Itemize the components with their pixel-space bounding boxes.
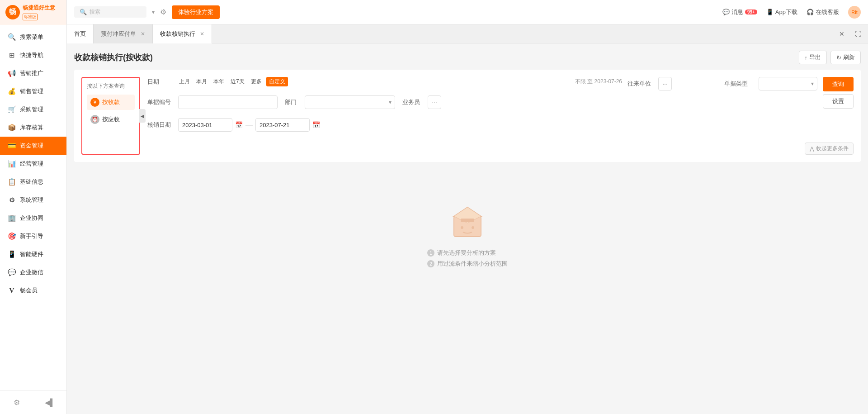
empty-state: 1 请先选择要分析的方案 2 用过滤条件来缩小分析范围 xyxy=(74,162,861,304)
sidebar-item-sales[interactable]: 💰 销售管理 xyxy=(0,82,66,100)
action-buttons: 查询 设置 xyxy=(823,77,854,109)
filter-sidebar-title: 按以下方案查询 xyxy=(87,82,135,90)
sidebar-item-label: 畅会员 xyxy=(20,286,38,295)
export-icon: ↑ xyxy=(805,54,808,61)
topbar-search-box[interactable]: 🔍 搜索 xyxy=(74,6,146,18)
collapse-more-btn[interactable]: ⋀ 收起更多条件 xyxy=(805,143,854,155)
sidebar-item-smart-hw[interactable]: 📱 智能硬件 xyxy=(0,245,66,263)
service-icon: 🎧 xyxy=(807,9,814,15)
tab-home[interactable]: 首页 xyxy=(67,24,94,43)
finance-icon: 💳 xyxy=(7,141,16,150)
topbar-chevron-icon[interactable]: ▾ xyxy=(152,9,155,15)
filter-option-by-receivable[interactable]: ⏰ 按应收 xyxy=(87,112,135,127)
date-label: 日期 xyxy=(147,78,170,86)
topbar-gear-icon[interactable]: ⚙ xyxy=(160,8,166,16)
sidebar-item-search-menu[interactable]: 🔍 搜索菜单 xyxy=(0,28,66,46)
counterparty-select: ··· xyxy=(658,77,717,90)
sidebar-item-enterprise[interactable]: 🏢 企业协同 xyxy=(0,209,66,227)
vip-icon: V xyxy=(7,286,16,295)
filter-sidebar-collapse-btn[interactable]: ◀ xyxy=(139,109,146,123)
tab-prepay[interactable]: 预付冲应付单 ✕ xyxy=(94,24,153,43)
marketing-icon: 📢 xyxy=(7,69,16,78)
date-7days[interactable]: 近7天 xyxy=(229,77,246,86)
sidebar-item-inventory[interactable]: 📦 库存核算 xyxy=(0,119,66,137)
refresh-button[interactable]: ↻ 刷新 xyxy=(830,51,861,64)
dept-select-wrap: ▾ xyxy=(305,95,395,109)
date-this-month[interactable]: 本月 xyxy=(194,77,209,86)
purchase-icon: 🛒 xyxy=(7,105,16,114)
bill-no-input[interactable] xyxy=(178,95,278,109)
bill-type-select[interactable] xyxy=(759,77,817,90)
logo-text: 畅捷通好生意 标准版 xyxy=(23,4,55,20)
verify-date-row: 核销日期 📅 — 📅 xyxy=(147,118,622,132)
sidebar-item-label: 系统管理 xyxy=(20,196,43,204)
tab-close-all-btn[interactable]: ✕ xyxy=(835,28,848,40)
message-btn[interactable]: 💬 消息 99+ xyxy=(722,8,757,16)
collapse-more-area: ⋀ 收起更多条件 xyxy=(147,143,854,155)
counterparty-dots-btn[interactable]: ··· xyxy=(658,77,672,90)
date-custom[interactable]: 自定义 xyxy=(266,77,288,86)
empty-illustration xyxy=(445,198,490,243)
user-avatar[interactable]: Rit xyxy=(848,6,861,19)
settings-button[interactable]: 设置 xyxy=(823,94,854,109)
basic-info-icon: 📋 xyxy=(7,177,16,186)
query-button[interactable]: 查询 xyxy=(823,77,854,91)
tab-collection[interactable]: 收款核销执行 ✕ xyxy=(153,24,212,43)
step2-num: 2 xyxy=(427,260,434,267)
bill-no-filter-row: 单据编号 部门 ▾ 业务员 ··· xyxy=(147,95,622,109)
svg-point-5 xyxy=(472,226,474,229)
sidebar-footer: ⚙ ◀▌ xyxy=(0,390,66,414)
verify-date-end-input[interactable] xyxy=(255,118,310,132)
sidebar-item-guide[interactable]: 🎯 新手引导 xyxy=(0,227,66,245)
date-this-year[interactable]: 本年 xyxy=(212,77,226,86)
sidebar-item-label: 快捷导航 xyxy=(20,51,43,59)
app-download-btn[interactable]: 📱 App下载 xyxy=(766,8,797,16)
sidebar-item-marketing[interactable]: 📢 营销推广 xyxy=(0,64,66,82)
sidebar-item-wechat[interactable]: 💬 企业微信 xyxy=(0,263,66,281)
date-last-month[interactable]: 上月 xyxy=(177,77,192,86)
empty-step1: 1 请先选择要分析的方案 xyxy=(427,249,508,257)
collapse-sidebar-btn[interactable]: ◀▌ xyxy=(42,395,57,409)
verify-date-start-cal-icon[interactable]: 📅 xyxy=(235,121,243,128)
by-collection-icon: ¥ xyxy=(90,98,99,107)
message-icon: 💬 xyxy=(722,9,730,15)
settings-footer-btn[interactable]: ⚙ xyxy=(9,395,24,409)
system-icon: ⚙ xyxy=(7,195,16,205)
sidebar-item-business[interactable]: 📊 经营管理 xyxy=(0,155,66,173)
dept-select[interactable] xyxy=(305,95,395,109)
date-more[interactable]: 更多 xyxy=(249,77,264,86)
tab-collection-close[interactable]: ✕ xyxy=(200,31,204,37)
tab-expand-btn[interactable]: ⛶ xyxy=(852,28,864,40)
solution-button[interactable]: 体验行业方案 xyxy=(172,5,220,19)
verify-date-start-input[interactable] xyxy=(178,118,232,132)
filter-option-by-collection[interactable]: ¥ 按收款 xyxy=(87,95,135,110)
sidebar-item-system[interactable]: ⚙ 系统管理 xyxy=(0,191,66,209)
svg-rect-3 xyxy=(461,219,474,222)
sidebar-item-label: 库存核算 xyxy=(20,124,43,132)
bill-type-select-wrap: ▾ xyxy=(759,77,817,90)
salesperson-dots-btn[interactable]: ··· xyxy=(428,95,441,109)
sidebar-item-vip[interactable]: V 畅会员 xyxy=(0,281,66,300)
by-receivable-icon: ⏰ xyxy=(90,115,99,124)
sidebar-item-label: 营销推广 xyxy=(20,69,43,77)
date-unlimited-label: 不限 至 2023-07-26 xyxy=(575,78,622,86)
logo-icon: 畅 xyxy=(5,5,20,19)
verify-date-end-cal-icon[interactable]: 📅 xyxy=(312,121,320,128)
date-filter-row: 日期 上月 本月 本年 近7天 更多 自定义 不限 至 2023-07-26 xyxy=(147,77,622,86)
export-button[interactable]: ↑ 导出 xyxy=(799,51,827,64)
verify-date-label: 核销日期 xyxy=(147,121,171,129)
sidebar-item-finance[interactable]: 💳 资金管理 xyxy=(0,137,66,155)
sidebar-item-quick-nav[interactable]: ⊞ 快捷导航 xyxy=(0,46,66,64)
page-header-actions: ↑ 导出 ↻ 刷新 xyxy=(799,51,861,64)
filter-area: 按以下方案查询 ¥ 按收款 ⏰ 按应收 ◀ 日期 xyxy=(74,70,861,162)
counterparty-label: 往来单位 xyxy=(627,80,651,88)
sidebar-item-basic-info[interactable]: 📋 基础信息 xyxy=(0,173,66,191)
sidebar-item-label: 智能硬件 xyxy=(20,250,43,258)
enterprise-icon: 🏢 xyxy=(7,214,16,223)
sidebar-item-purchase[interactable]: 🛒 采购管理 xyxy=(0,100,66,119)
sidebar: 畅 畅捷通好生意 标准版 🔍 搜索菜单 ⊞ 快捷导航 📢 营销推广 💰 销售管理… xyxy=(0,0,67,414)
online-service-btn[interactable]: 🎧 在线客服 xyxy=(807,8,839,16)
collapse-icon: ⋀ xyxy=(810,146,814,152)
tab-prepay-close[interactable]: ✕ xyxy=(141,31,145,37)
sidebar-item-label: 企业微信 xyxy=(20,268,43,276)
